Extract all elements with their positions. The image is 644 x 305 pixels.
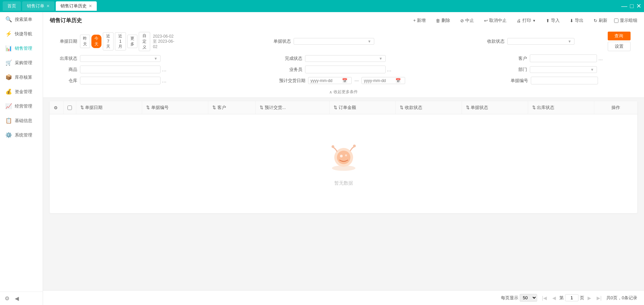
receipt-status-field: ▼ xyxy=(507,38,602,45)
page-unit-label: 页 xyxy=(580,295,584,301)
filter-row-1: 单据日期 昨天 今天 近7天 近1月 更多 自定义 2023-06-02 至 2… xyxy=(56,32,631,51)
date-btn-today[interactable]: 今天 xyxy=(91,35,101,48)
search-menu-icon: 🔍 xyxy=(5,16,12,23)
sidebar-collapse-icon[interactable]: ◀ xyxy=(15,295,19,302)
complete-status-select[interactable]: ▼ xyxy=(305,55,386,62)
outbound-status-field: ▼ xyxy=(80,55,181,62)
calendar-start-icon[interactable]: 📅 xyxy=(342,78,347,83)
stop-button[interactable]: ⊘ 中止 xyxy=(457,16,477,25)
order-no-input[interactable] xyxy=(531,77,598,84)
tab-sales-order[interactable]: 销售订单 ✕ xyxy=(22,1,54,11)
settings-button[interactable]: 设置 xyxy=(608,42,631,51)
settings-icon[interactable]: ⚙ xyxy=(54,105,58,110)
complete-status-arrow-icon: ▼ xyxy=(379,56,383,61)
cancel-stop-button[interactable]: ↩ 取消中止 xyxy=(481,16,510,25)
salesperson-dots-btn[interactable]: ... xyxy=(386,67,393,73)
collapse-row[interactable]: ∧ 收起更多条件 xyxy=(56,88,631,98)
th-expected-delivery-label: ⇅ 预计交货... xyxy=(260,105,286,110)
page-number-input[interactable] xyxy=(565,294,578,301)
window-controls: — □ ✕ xyxy=(621,2,641,10)
date-btn-custom[interactable]: 自定义 xyxy=(139,32,151,51)
sidebar-item-purchase-mgmt[interactable]: 🛒 采购管理 xyxy=(0,55,43,70)
import-button[interactable]: ⬆ 导入 xyxy=(543,16,563,25)
th-expected-delivery[interactable]: ⇅ 预计交货... xyxy=(256,101,330,114)
table-area: ⚙ ⇅ 单据日期 ⇅ 单据编号 xyxy=(43,98,644,290)
sidebar-item-basic-info[interactable]: 📋 基础信息 xyxy=(0,113,43,128)
collapse-label: 收起更多条件 xyxy=(334,89,358,95)
sidebar: 🔍 搜索菜单 ⚡ 快捷导航 📊 销售管理 🛒 采购管理 📦 库存核算 💰 资金管… xyxy=(0,12,43,305)
th-receipt-status[interactable]: ⇅ 收款状态 xyxy=(396,101,462,114)
sidebar-item-quick-nav[interactable]: ⚡ 快捷导航 xyxy=(0,27,43,41)
per-page-dropdown[interactable]: 10 20 50 100 xyxy=(520,294,537,302)
date-btn-7days[interactable]: 近7天 xyxy=(103,32,114,50)
refresh-button[interactable]: ↻ 刷新 xyxy=(590,16,611,25)
empty-cell: 暂无数据 xyxy=(50,114,637,214)
order-status-select[interactable]: ▼ xyxy=(294,38,374,45)
last-page-button[interactable]: ▶| xyxy=(595,295,604,301)
print-button[interactable]: 🖨 打印 ▼ xyxy=(513,16,539,25)
tab-sales-order-history[interactable]: 销售订单历史 ✕ xyxy=(56,1,97,11)
sidebar-item-finance[interactable]: 💰 资金管理 xyxy=(0,84,43,99)
add-button[interactable]: + 新增 xyxy=(410,16,429,25)
sidebar-item-inventory[interactable]: 📦 库存核算 xyxy=(0,70,43,84)
svg-point-2 xyxy=(337,151,350,164)
warehouse-input[interactable] xyxy=(80,77,161,84)
date-separator: — xyxy=(354,78,359,83)
tab-close-sales-order-history[interactable]: ✕ xyxy=(89,4,92,8)
customer-dots-btn[interactable]: ... xyxy=(597,55,604,62)
export-button[interactable]: ⬇ 导出 xyxy=(566,16,587,25)
th-order-no[interactable]: ⇅ 单据编号 xyxy=(142,101,208,114)
first-page-button[interactable]: |◀ xyxy=(540,295,549,301)
close-window-icon[interactable]: ✕ xyxy=(636,2,641,10)
maximize-icon[interactable]: □ xyxy=(630,3,634,10)
customer-input[interactable] xyxy=(530,54,597,62)
receipt-status-select[interactable]: ▼ xyxy=(507,38,574,45)
date-btn-1month[interactable]: 近1月 xyxy=(115,32,126,50)
sidebar-item-sys-mgmt[interactable]: ⚙️ 系统管理 xyxy=(0,128,43,142)
sidebar-item-sales-mgmt[interactable]: 📊 销售管理 xyxy=(0,41,43,55)
date-btn-more[interactable]: 更多 xyxy=(127,35,137,48)
tab-home[interactable]: 首页 xyxy=(3,1,21,11)
th-customer[interactable]: ⇅ 客户 xyxy=(208,101,256,114)
cancel-stop-icon: ↩ xyxy=(484,18,488,23)
sidebar-item-search-menu[interactable]: 🔍 搜索菜单 xyxy=(0,12,43,27)
product-input[interactable] xyxy=(80,66,161,73)
empty-row: 暂无数据 xyxy=(50,114,637,214)
finance-icon: 💰 xyxy=(5,88,12,95)
select-all-checkbox[interactable] xyxy=(68,106,72,110)
th-date[interactable]: ⇅ 单据日期 xyxy=(76,101,142,114)
th-order-no-label: ⇅ 单据编号 xyxy=(146,105,169,110)
th-settings[interactable]: ⚙ xyxy=(50,101,63,114)
outbound-status-select[interactable]: ▼ xyxy=(80,55,161,62)
sidebar-settings-icon[interactable]: ⚙ xyxy=(5,295,9,302)
calendar-end-icon[interactable]: 📅 xyxy=(395,78,401,83)
warehouse-dots-btn[interactable]: ... xyxy=(161,78,168,84)
display-cols-control[interactable]: 显示暗细 xyxy=(614,17,637,24)
complete-status-label: 完成状态 xyxy=(282,55,305,62)
prev-page-button[interactable]: ◀ xyxy=(550,295,558,301)
minimize-icon[interactable]: — xyxy=(621,3,627,10)
query-button[interactable]: 查询 xyxy=(608,32,631,40)
product-dots-btn[interactable]: ... xyxy=(161,67,168,73)
display-cols-checkbox[interactable] xyxy=(614,18,618,23)
order-status-label: 单据状态 xyxy=(270,38,294,44)
th-outbound-status[interactable]: ⇅ 出库状态 xyxy=(528,101,594,114)
th-order-status[interactable]: ⇅ 单据状态 xyxy=(462,101,528,114)
th-order-amount[interactable]: ⇅ 订单金额 xyxy=(330,101,396,114)
page-nav: |◀ ◀ 第 页 ▶ ▶| xyxy=(540,294,603,301)
inventory-icon: 📦 xyxy=(5,74,12,80)
expected-date-end-input[interactable] xyxy=(364,78,394,83)
date-btn-yesterday[interactable]: 昨天 xyxy=(80,35,90,48)
purchase-mgmt-icon: 🛒 xyxy=(5,60,12,66)
dept-label: 部门 xyxy=(506,67,530,73)
date-filter-field: 昨天 今天 近7天 近1月 更多 自定义 2023-06-02 至 2023-0… xyxy=(80,32,175,51)
sidebar-item-ops[interactable]: 📈 经营管理 xyxy=(0,99,43,113)
expected-date-start-input[interactable] xyxy=(310,78,341,83)
delete-button[interactable]: 🗑 删除 xyxy=(432,16,454,25)
tab-close-sales-order[interactable]: ✕ xyxy=(46,4,50,8)
next-page-button[interactable]: ▶ xyxy=(586,295,593,301)
dept-select[interactable]: ▼ xyxy=(530,66,597,73)
filter-row-4: 仓库 ... 预计交货日期 📅 — xyxy=(56,77,631,84)
salesperson-input[interactable] xyxy=(305,66,386,73)
per-page-label: 每页显示 xyxy=(501,295,518,301)
